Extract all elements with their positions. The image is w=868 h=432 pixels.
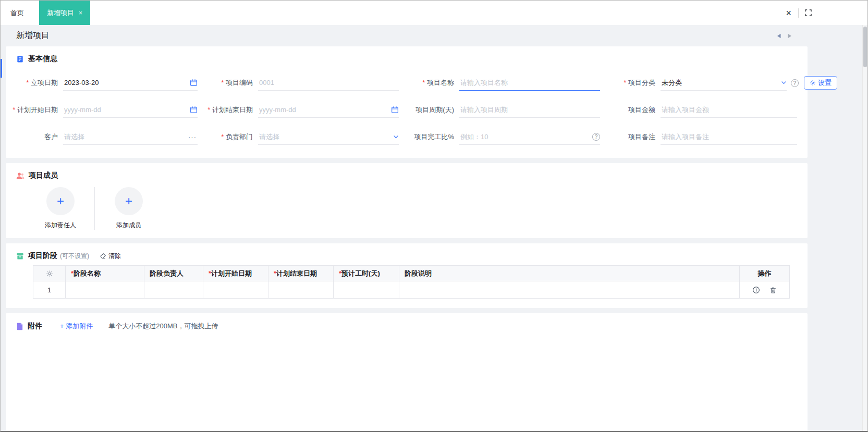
add-owner-button[interactable]: + 添加责任人 <box>27 187 94 230</box>
completion-percent-input[interactable] <box>459 133 588 141</box>
project-cycle-input[interactable] <box>459 106 600 114</box>
members-body: + 添加责任人 + 添加成员 <box>6 185 808 238</box>
customer-label: 客户 <box>12 132 58 142</box>
project-category-label: 项目分类 <box>609 78 655 88</box>
category-help-icon[interactable]: ? <box>791 79 799 87</box>
project-name-label: 项目名称 <box>408 78 454 88</box>
customer-more-icon[interactable]: ··· <box>187 133 198 141</box>
members-header: 项目成员 <box>6 163 808 185</box>
app-window: 首页 新增项目 × × 新增项目 <box>0 0 868 432</box>
project-remark-label: 项目备注 <box>609 132 655 142</box>
page-title-bar: 新增项目 <box>1 25 867 46</box>
add-owner-label: 添加责任人 <box>45 221 76 230</box>
stage-hours-cell[interactable] <box>334 281 399 299</box>
tab-home[interactable]: 首页 <box>1 1 34 25</box>
stages-table-header-row: 阶段名称 阶段负责人 计划开始日期 计划结束日期 预计工时(天) 阶段说明 操作 <box>33 266 790 281</box>
field-project-name: 项目名称 <box>408 75 600 91</box>
field-project-category: 项目分类 未分类 ? 设置 <box>609 75 798 91</box>
chevron-down-icon[interactable] <box>393 134 399 140</box>
plan-end-input[interactable] <box>258 106 389 114</box>
stage-name-cell[interactable] <box>66 281 144 299</box>
approval-date-label: 立项日期 <box>12 78 58 88</box>
customer-control: ··· <box>63 129 198 145</box>
plus-icon[interactable]: + <box>46 187 75 215</box>
customer-input[interactable] <box>63 133 187 141</box>
field-project-amount: 项目金额 <box>609 102 798 118</box>
calendar-icon[interactable] <box>190 79 198 87</box>
members-title: 项目成员 <box>29 171 58 180</box>
department-label: 负责部门 <box>207 132 253 142</box>
stage-actions-cell <box>740 281 790 299</box>
stage-end-cell[interactable] <box>268 281 334 299</box>
plan-start-control <box>63 102 198 118</box>
basic-info-header: 基本信息 <box>6 46 808 68</box>
attachment-hint: 单个大小不超过200MB，可拖拽上传 <box>108 322 218 331</box>
column-settings-header[interactable] <box>33 266 66 281</box>
project-amount-control <box>661 102 797 118</box>
tab-new-project[interactable]: 新增项目 × <box>39 1 90 25</box>
form-row-3: 客户 ··· 负责部门 <box>12 124 798 151</box>
tab-close-icon[interactable]: × <box>79 10 82 16</box>
stages-optional-note: (可不设置) <box>60 252 89 261</box>
basic-info-form: 立项日期 项目编码 <box>6 68 808 158</box>
project-name-input[interactable] <box>459 79 600 87</box>
stage-owner-cell[interactable] <box>144 281 203 299</box>
project-amount-input[interactable] <box>661 106 797 114</box>
project-cycle-label: 项目周期(天) <box>408 105 454 115</box>
project-remark-input[interactable] <box>661 133 797 141</box>
completion-help-icon[interactable]: ? <box>592 133 600 141</box>
clear-stages-label: 清除 <box>108 252 121 261</box>
project-category-select[interactable]: 未分类 <box>661 75 787 91</box>
stage-start-header: 计划开始日期 <box>203 266 268 281</box>
plan-start-input[interactable] <box>63 106 188 114</box>
gear-icon[interactable] <box>33 270 65 277</box>
stage-owner-header: 阶段负责人 <box>144 266 203 281</box>
add-member-button[interactable]: + 添加成员 <box>95 187 163 230</box>
attachments-header: 附件 + 添加附件 单个大小不超过200MB，可拖拽上传 <box>6 313 808 339</box>
form-row-2: 计划开始日期 计划结束日期 <box>12 96 798 124</box>
project-code-label: 项目编码 <box>207 78 253 88</box>
department-select[interactable] <box>258 129 399 145</box>
category-settings-button[interactable]: 设置 <box>804 76 837 90</box>
chevron-down-icon[interactable] <box>781 80 787 85</box>
box-icon <box>16 252 24 260</box>
calendar-icon[interactable] <box>391 106 399 114</box>
field-department: 负责部门 <box>207 129 399 145</box>
plan-end-label: 计划结束日期 <box>207 105 253 115</box>
field-completion-percent: 项目完工比% ? <box>408 129 600 145</box>
approval-date-control <box>63 75 198 91</box>
scrollbar-thumb[interactable] <box>863 27 867 67</box>
project-remark-control <box>661 129 797 145</box>
project-category-value: 未分类 <box>661 78 779 88</box>
stages-title: 项目阶段 <box>28 251 57 261</box>
attachments-title: 附件 <box>28 322 42 331</box>
left-accent-bar <box>1 59 2 78</box>
stages-table: 阶段名称 阶段负责人 计划开始日期 计划结束日期 预计工时(天) 阶段说明 操作… <box>33 265 790 299</box>
add-attachment-button[interactable]: + 添加附件 <box>60 322 93 331</box>
completion-percent-control: ? <box>459 129 600 145</box>
window-close-icon[interactable]: × <box>779 8 798 18</box>
stage-desc-cell[interactable] <box>399 281 740 299</box>
calendar-icon[interactable] <box>190 106 198 114</box>
field-approval-date: 立项日期 <box>12 75 198 91</box>
plus-icon[interactable]: + <box>115 187 143 215</box>
add-row-icon[interactable] <box>752 286 760 294</box>
field-project-code: 项目编码 <box>207 75 399 91</box>
field-plan-end-date: 计划结束日期 <box>207 102 399 118</box>
clear-stages-button[interactable]: 清除 <box>100 252 121 261</box>
page-title: 新增项目 <box>16 30 50 41</box>
basic-info-section: 基本信息 立项日期 项目编码 <box>6 46 808 158</box>
nav-forward-icon[interactable] <box>788 33 792 39</box>
nav-back-icon[interactable] <box>777 33 781 39</box>
completion-percent-label: 项目完工比% <box>408 132 454 142</box>
fullscreen-icon[interactable] <box>799 9 818 16</box>
attachments-section: 附件 + 添加附件 单个大小不超过200MB，可拖拽上传 <box>6 313 808 431</box>
window-controls: × <box>779 1 818 25</box>
stage-desc-header: 阶段说明 <box>399 266 740 281</box>
approval-date-input[interactable] <box>63 79 188 87</box>
form-row-1: 立项日期 项目编码 <box>12 69 798 96</box>
stage-start-cell[interactable] <box>203 281 268 299</box>
project-code-input[interactable] <box>258 79 399 87</box>
department-input[interactable] <box>258 133 391 141</box>
delete-row-icon[interactable] <box>769 287 777 294</box>
